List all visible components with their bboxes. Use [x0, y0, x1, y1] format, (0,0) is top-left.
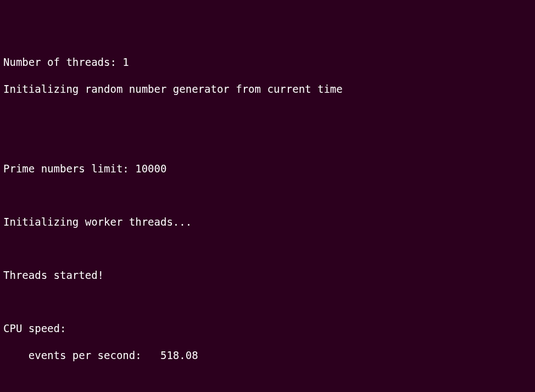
- output-line: [3, 189, 532, 202]
- output-line: [3, 375, 532, 388]
- output-line: Initializing worker threads...: [3, 215, 532, 228]
- output-line: events per second: 518.08: [3, 349, 532, 362]
- output-line: CPU speed:: [3, 322, 532, 335]
- output-line: Initializing random number generator fro…: [3, 82, 532, 96]
- output-line: Number of threads: 1: [3, 55, 532, 69]
- output-line: [3, 136, 532, 149]
- output-line: [3, 242, 532, 255]
- output-line: Prime numbers limit: 10000: [3, 162, 532, 175]
- output-line: [3, 109, 532, 122]
- output-line: Threads started!: [3, 268, 532, 282]
- output-line: [3, 295, 532, 309]
